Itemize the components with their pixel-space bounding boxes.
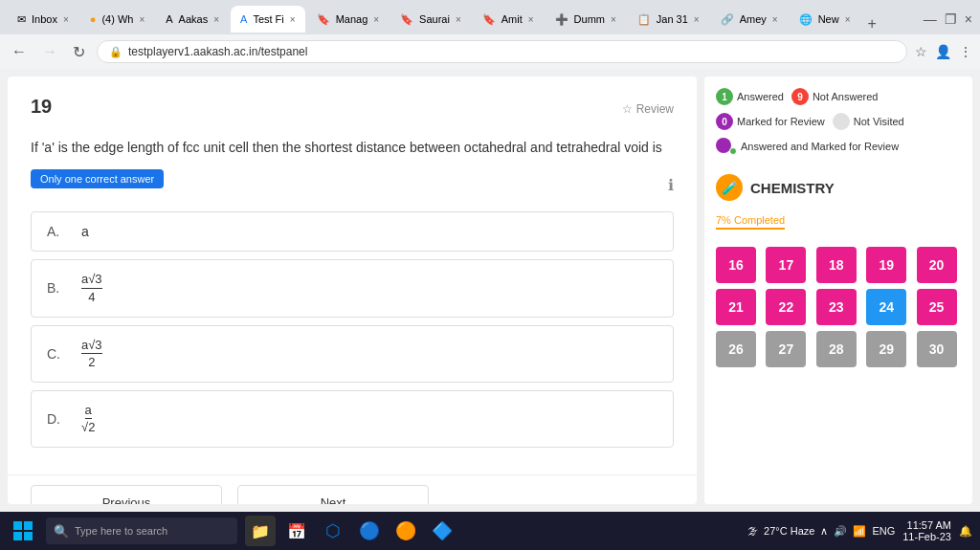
info-icon: ℹ (668, 176, 674, 194)
legend-marked: 0 Marked for Review (716, 113, 825, 130)
tab-testfi[interactable]: A Test Fi × (231, 6, 305, 33)
tab-new[interactable]: 🌐 New × (790, 6, 860, 33)
time-display: 11:57 AM (902, 519, 951, 531)
answered-box: 1 (716, 88, 733, 105)
lock-icon: 🔒 (109, 46, 122, 58)
tab-jan31[interactable]: 📋 Jan 31 × (628, 6, 709, 33)
answered-marked-box (716, 138, 737, 155)
previous-button[interactable]: Previous (31, 485, 222, 504)
next-button[interactable]: Next (237, 485, 429, 504)
taskbar-pinned-icons: 📁 📅 ⬡ 🔵 🟠 🔷 (245, 516, 457, 546)
option-a[interactable]: A. a (31, 211, 674, 252)
legend: 1 Answered 9 Not Answered 0 Marked for R… (716, 88, 961, 155)
question-body: 19 ☆ Review If 'a' is the edge length of… (8, 77, 697, 474)
option-c[interactable]: C. a√3 2 (31, 325, 674, 383)
menu-icon[interactable]: ⋮ (959, 44, 972, 59)
taskbar-calendar[interactable]: 📅 (281, 516, 312, 546)
fraction-b: a√3 4 (81, 272, 102, 304)
question-panel: 19 ☆ Review If 'a' is the edge length of… (8, 77, 697, 504)
marked-box: 0 (716, 113, 733, 130)
network-icon: ∧ (820, 525, 828, 538)
language-indicator: ENG (872, 525, 895, 537)
q-btn-18[interactable]: 18 (816, 247, 857, 283)
option-c-text: a√3 2 (81, 338, 102, 370)
answer-type-badge: Only one correct answer (31, 169, 164, 188)
option-d[interactable]: D. a √2 (31, 390, 674, 448)
tab-dum[interactable]: ➕ Dumm × (546, 6, 626, 33)
profile-icon[interactable]: 👤 (935, 44, 951, 59)
reload-button[interactable]: ↻ (69, 41, 89, 63)
q-btn-22[interactable]: 22 (766, 289, 806, 325)
taskbar: 🔍 Type here to search 📁 📅 ⬡ 🔵 🟠 🔷 🌫 27°C… (0, 512, 980, 550)
tab-close-inbox[interactable]: × (63, 14, 69, 25)
back-button[interactable]: ← (8, 41, 31, 62)
forward-button[interactable]: → (38, 41, 61, 62)
tab-4wi[interactable]: ● (4) Wh × (80, 6, 155, 33)
subject-icon: 🧪 (716, 174, 743, 201)
q-btn-25[interactable]: 25 (917, 289, 957, 325)
address-text: testplayerv1.aakash.ac.in/testpanel (128, 45, 307, 58)
tab-inbox[interactable]: ✉ Inbox × (8, 6, 78, 33)
question-number: 19 (31, 96, 52, 118)
review-button[interactable]: ☆ Review (622, 102, 674, 116)
weather-icon: 🌫 (747, 525, 758, 537)
bookmark-icon[interactable]: ☆ (915, 44, 927, 59)
tab-aakas[interactable]: A Aakas × (156, 6, 229, 33)
option-b-label: B. (47, 280, 70, 296)
minimize-icon[interactable]: — (924, 11, 937, 27)
options-list: A. a B. a√3 4 C. (31, 211, 674, 448)
legend-answered: 1 Answered (716, 88, 784, 105)
svg-rect-1 (24, 521, 33, 530)
taskbar-chrome[interactable]: 🔵 (354, 516, 385, 546)
windows-icon[interactable] (8, 516, 38, 546)
q-btn-27[interactable]: 27 (766, 331, 806, 367)
q-btn-23[interactable]: 23 (816, 289, 857, 325)
taskbar-edge[interactable]: ⬡ (318, 516, 348, 546)
search-icon: 🔍 (54, 524, 69, 539)
bottom-navigation: Previous Next (8, 474, 697, 504)
question-text: If 'a' is the edge length of fcc unit ce… (31, 137, 674, 158)
option-a-text: a (81, 224, 89, 239)
close-browser-icon[interactable]: × (965, 11, 972, 27)
tabs-row: ✉ Inbox × ● (4) Wh × A Aakas × A Test Fi… (8, 6, 920, 33)
q-btn-21[interactable]: 21 (716, 289, 756, 325)
tab-manag[interactable]: 🔖 Manag × (307, 6, 389, 33)
option-b[interactable]: B. a√3 4 (31, 259, 674, 317)
q-btn-20[interactable]: 20 (917, 247, 957, 283)
q-btn-16[interactable]: 16 (716, 247, 756, 283)
fraction-c: a√3 2 (81, 338, 102, 370)
address-bar[interactable]: 🔒 testplayerv1.aakash.ac.in/testpanel (97, 40, 907, 63)
q-btn-24[interactable]: 24 (866, 289, 906, 325)
taskbar-right: 🌫 27°C Haze ∧ 🔊 📶 ENG 11:57 AM 11-Feb-23… (747, 519, 972, 542)
completed-text: 7% Completed (716, 212, 961, 239)
q-btn-17[interactable]: 17 (766, 247, 806, 283)
restore-icon[interactable]: ❐ (945, 11, 957, 27)
new-tab-button[interactable]: + (862, 15, 882, 33)
q-btn-26[interactable]: 26 (716, 331, 756, 367)
svg-rect-2 (13, 532, 22, 540)
taskbar-app2[interactable]: 🔷 (427, 516, 457, 546)
system-tray: 🌫 27°C Haze ∧ 🔊 📶 ENG (747, 525, 895, 538)
star-icon: ☆ (622, 102, 633, 116)
browser-window-controls[interactable]: — ❐ × (924, 11, 972, 27)
q-btn-28[interactable]: 28 (816, 331, 857, 367)
main-content: 19 ☆ Review If 'a' is the edge length of… (0, 69, 980, 512)
notification-icon[interactable]: 🔔 (959, 525, 972, 538)
question-grid: 16 17 18 19 20 21 22 23 24 25 26 27 28 2… (716, 247, 961, 367)
option-a-label: A. (47, 224, 70, 239)
legend-not-answered: 9 Not Answered (791, 88, 878, 105)
q-btn-30[interactable]: 30 (917, 331, 957, 367)
start-button[interactable] (8, 516, 38, 546)
tab-saura[interactable]: 🔖 Saurai × (390, 6, 471, 33)
volume-icon[interactable]: 🔊 (834, 525, 847, 538)
weather-text: 27°C Haze (764, 525, 814, 537)
tab-amit[interactable]: 🔖 Amit × (473, 6, 544, 33)
q-btn-19[interactable]: 19 (866, 247, 906, 283)
taskbar-app1[interactable]: 🟠 (390, 516, 421, 546)
taskbar-file-explorer[interactable]: 📁 (245, 516, 276, 546)
legend-answered-marked: Answered and Marked for Review (716, 138, 899, 155)
q-btn-29[interactable]: 29 (866, 331, 906, 367)
tab-amey[interactable]: 🔗 Amey × (711, 6, 788, 33)
search-box[interactable]: 🔍 Type here to search (46, 517, 237, 544)
network-wifi[interactable]: 📶 (853, 525, 866, 538)
